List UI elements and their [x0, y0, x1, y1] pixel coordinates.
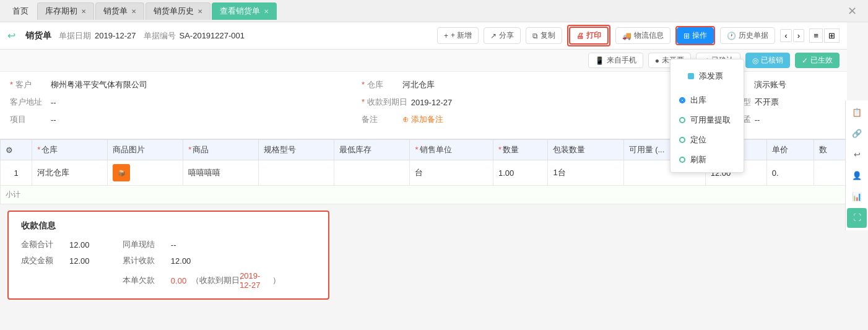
tab-sales-close[interactable]: ✕	[131, 8, 136, 15]
warehouse-label: 仓库	[362, 79, 399, 90]
address-value: --	[51, 98, 56, 107]
page-close-button[interactable]: ✕	[841, 4, 863, 18]
address-field: 客户地址 --	[10, 97, 362, 108]
operations-icon: ⊞	[684, 32, 690, 40]
warehouse-value[interactable]: 河北仓库	[402, 79, 435, 90]
grid-view-button[interactable]: ⊞	[824, 28, 840, 43]
voided-button[interactable]: ◎ 已核销	[745, 53, 790, 68]
operations-button[interactable]: ⊞ 操作	[677, 27, 714, 44]
sidebar-icon-expand[interactable]: ⛶	[847, 208, 867, 228]
voided-icon: ◎	[752, 56, 758, 65]
tab-sales-history-close[interactable]: ✕	[197, 8, 202, 15]
balance-note: （收款到期日:	[191, 275, 235, 286]
tab-view-sales[interactable]: 查看销货单 ✕	[212, 2, 277, 20]
dropdown-add-invoice[interactable]: 添发票	[671, 62, 744, 90]
dropdown-locate[interactable]: 定位	[671, 130, 744, 150]
customer-value[interactable]: 柳州粤港平安气体有限公司	[51, 79, 147, 90]
logistics-button[interactable]: 🚚 物流信息	[615, 27, 671, 44]
next-button[interactable]: ›	[793, 29, 804, 42]
sidebar-icon-back[interactable]: ↩	[847, 145, 867, 165]
phone-icon: 📱	[595, 56, 604, 65]
number-field: 单据编号 SA-20191227-001	[144, 30, 245, 41]
balance-note2: ）	[272, 275, 316, 286]
row-package-qty: 1台	[548, 160, 623, 186]
address-label: 客户地址	[10, 97, 47, 108]
deal-amount-label: 成交金额	[21, 255, 64, 266]
row-amount	[814, 160, 846, 186]
logistics-label: 物流信息	[634, 30, 664, 41]
cumulative-label: 累计收款	[123, 255, 166, 266]
row-image: 📦	[108, 160, 183, 186]
customer-label: 客户	[10, 79, 47, 90]
col-warehouse: *仓库	[32, 140, 108, 160]
add-button[interactable]: + + 新增	[437, 27, 479, 44]
balance-label: 本单欠款	[123, 275, 166, 286]
effective-button[interactable]: ✓ 已生效	[795, 53, 840, 68]
prev-button[interactable]: ‹	[780, 29, 791, 42]
col-unit: *销售单位	[410, 140, 493, 160]
tab-sales[interactable]: 销货单 ✕	[95, 2, 144, 20]
sidebar-icon-doc[interactable]: 📋	[847, 103, 867, 123]
voided-label: 已核销	[761, 55, 783, 66]
from-phone-button[interactable]: 📱 来自手机	[588, 53, 643, 68]
row-index: 1	[1, 160, 32, 186]
col-settings[interactable]: ⚙	[1, 140, 32, 160]
col-quantity: *数量	[493, 140, 548, 160]
history-icon: 🕐	[727, 32, 736, 40]
payment-section: 收款信息 金额合计 12.00 同单现结 -- 成交金额 12.00 累计收款 …	[7, 211, 329, 300]
subtotal-row: 小计	[1, 186, 847, 204]
print-button[interactable]: 🖨 打印	[569, 27, 609, 45]
project-value: --	[51, 115, 56, 124]
tab-sales-label: 销货单	[103, 6, 128, 17]
col-amount: 数	[814, 140, 846, 160]
salesperson-value: --	[755, 115, 760, 124]
sidebar-icon-chart[interactable]: 📊	[847, 187, 867, 207]
payment-date-label: 收款到期日	[362, 97, 407, 108]
col-unit-price: 单价	[766, 140, 814, 160]
dropdown-refresh[interactable]: 刷新	[671, 150, 744, 170]
row-quantity[interactable]: 1.00	[493, 160, 548, 186]
payment-date-value[interactable]: 2019-12-27	[411, 98, 453, 107]
project-field: 项目 --	[10, 114, 362, 125]
amount-total-row: 金额合计 12.00	[21, 239, 110, 250]
right-sidebar: 📋 🔗 ↩ 👤 📊 ⛶	[845, 100, 868, 230]
print-label: 打印	[586, 30, 601, 41]
tab-inventory[interactable]: 库存期初 ✕	[37, 2, 94, 20]
ticket-icon: ●	[655, 56, 659, 65]
tab-sales-history[interactable]: 销货单历史 ✕	[145, 2, 210, 20]
sidebar-icon-user[interactable]: 👤	[847, 166, 867, 186]
deal-amount-row: 成交金额 12.00	[21, 255, 110, 266]
sidebar-icon-link[interactable]: 🔗	[847, 124, 867, 144]
operations-highlight: ⊞ 操作	[675, 26, 715, 45]
refresh-label: 刷新	[690, 154, 706, 165]
copy-label: 复制	[540, 30, 555, 41]
dropdown-available-extract[interactable]: 可用量提取	[671, 110, 744, 130]
effective-icon: ✓	[802, 56, 808, 65]
list-view-button[interactable]: ≡	[809, 28, 823, 43]
history-label: 历史单据	[739, 30, 768, 41]
tab-inventory-close[interactable]: ✕	[81, 8, 86, 15]
doc-title: 销货单	[25, 30, 51, 41]
tab-view-sales-label: 查看销货单	[220, 6, 260, 17]
operations-dropdown: 添发票 出库 可用量提取 定位 刷新	[670, 59, 744, 173]
locate-label: 定位	[690, 134, 706, 145]
share-button[interactable]: ↗ 分享	[484, 27, 521, 44]
print-icon: 🖨	[576, 32, 584, 40]
from-phone-label: 来自手机	[607, 55, 636, 66]
tab-home[interactable]: 首页	[5, 2, 36, 20]
note-add[interactable]: ⊕ 添加备注	[402, 114, 443, 125]
dropdown-outbound[interactable]: 出库	[671, 90, 744, 110]
history-button[interactable]: 🕐 历史单据	[720, 27, 775, 44]
payment-date-field: 收款到期日 2019-12-27	[362, 97, 713, 108]
tab-view-sales-close[interactable]: ✕	[264, 8, 269, 15]
note-label: 备注	[362, 114, 399, 125]
add-invoice-icon	[688, 73, 694, 79]
nav-arrows: ‹ ›	[780, 29, 804, 42]
copy-button[interactable]: ⧉ 复制	[526, 27, 562, 44]
row-product[interactable]: 嘻嘻嘻嘻	[183, 160, 259, 186]
add-invoice-label: 添发票	[699, 71, 723, 82]
tab-sales-history-label: 销货单历史	[154, 6, 194, 17]
number-label: 单据编号	[144, 30, 176, 41]
balance-value: 0.00	[171, 276, 186, 285]
row-warehouse: 河北仓库	[32, 160, 108, 186]
